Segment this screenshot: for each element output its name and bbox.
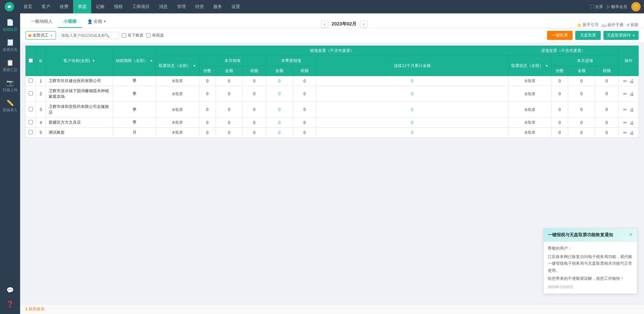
row-sales-tax: 0 — [243, 76, 266, 86]
guide-btn[interactable]: ⭐ 新手引导 — [577, 22, 599, 28]
tab-small-scale[interactable]: 小规模 — [58, 16, 82, 28]
detail-icon[interactable]: 🖨 — [629, 120, 634, 125]
popup-close-btn[interactable]: ✕ — [629, 232, 633, 237]
manual-btn[interactable]: 📖 操作手册 — [601, 22, 624, 28]
sidebar-item-scan[interactable]: 📷 扫描上传 — [1, 76, 19, 95]
my-accounts-checkbox[interactable] — [122, 33, 126, 38]
sidebar-label-3: 扫描上传 — [3, 87, 17, 92]
tax-disk-filter[interactable]: 有税盘 — [146, 33, 164, 38]
edit-icon[interactable]: ✏ — [623, 78, 627, 84]
nav-business[interactable]: 工商项目 — [127, 0, 154, 13]
nav-home[interactable]: 首页 — [19, 0, 37, 13]
select-all-checkbox[interactable] — [29, 58, 33, 63]
row-purchase-amount: 0 — [568, 118, 595, 128]
th-sales-invoice: 销项发票（不含作废票） — [156, 46, 508, 56]
sales-status-filter-icon[interactable]: ▼ — [193, 64, 196, 68]
search-input[interactable] — [61, 33, 105, 38]
accumulated-link[interactable]: 0 — [411, 130, 414, 135]
nav-accounting[interactable]: 记账 — [91, 0, 109, 13]
tax-policy-link[interactable]: 税务政策 — [29, 306, 45, 312]
member-btn[interactable]: ▷ 畅享会员 — [607, 4, 627, 10]
tax-disk-checkbox[interactable] — [146, 33, 151, 38]
row-checkbox[interactable] — [29, 78, 33, 83]
quarter-amount-link[interactable]: 0 — [278, 107, 281, 112]
th-quarter-amount: 金额 — [266, 66, 293, 76]
edit-icon[interactable]: ✏ — [623, 120, 627, 125]
sidebar-item-summary[interactable]: 📋 票据汇总 — [1, 56, 19, 75]
quarter-amount-link[interactable]: 0 — [278, 120, 281, 125]
row-accumulated: 0 — [316, 118, 508, 128]
sidebar-label-2: 票据汇总 — [3, 67, 17, 72]
row-purchase-shares: 0 — [551, 86, 568, 102]
one-click-fetch-btn[interactable]: 一键取票 — [547, 31, 573, 40]
row-purchase-shares: 0 — [551, 128, 568, 138]
th-purchase-status: 取票状态（全部） ▼ — [508, 56, 551, 76]
my-accounts-filter[interactable]: 名下账套 — [122, 33, 144, 38]
purchase-status-filter-icon[interactable]: ▼ — [545, 64, 548, 68]
row-period: 季 — [113, 76, 156, 86]
nav-clients[interactable]: 客户 — [37, 0, 55, 13]
edit-icon[interactable]: ✏ — [623, 130, 627, 135]
client-filter-icon[interactable]: ▼ — [92, 59, 95, 63]
detail-icon[interactable]: 🖨 — [629, 107, 634, 112]
row-checkbox[interactable] — [29, 130, 33, 134]
quarter-amount-link[interactable]: 0 — [278, 91, 281, 96]
row-actions: ✏ 🖨 — [619, 102, 639, 118]
nav-service[interactable]: 服务 — [209, 0, 227, 13]
tab-general-taxpayer[interactable]: 一般纳税人 — [25, 16, 58, 28]
quarter-amount-link[interactable]: 0 — [278, 130, 281, 135]
popup-title: 一键报税与无盘取票功能恢复通知 — [548, 232, 613, 238]
nav-operation[interactable]: 经营 — [191, 0, 209, 13]
detail-icon[interactable]: 🖨 — [629, 78, 634, 84]
edit-icon[interactable]: ✏ — [623, 91, 627, 97]
row-checkbox[interactable] — [29, 107, 33, 111]
period-next-btn[interactable]: › — [360, 20, 367, 28]
diskless-operations-btn[interactable]: 无盘取票操作 ▼ — [603, 31, 639, 40]
row-checkbox-cell — [26, 76, 36, 86]
nav-tax[interactable]: 报税 — [109, 0, 127, 13]
dropdown-icon: ▼ — [103, 20, 106, 23]
nav-settings[interactable]: 设置 — [227, 0, 245, 13]
top-right-tools: ⛶ 全屏 ▷ 畅享会员 😊 — [590, 2, 641, 11]
logo — [3, 1, 15, 13]
nav-invoice[interactable]: 票据 — [73, 0, 91, 13]
row-actions: ✏ 🖨 — [619, 86, 639, 102]
tab-all-capable[interactable]: 👤 全能 ▼ — [82, 16, 112, 28]
user-avatar[interactable]: 😊 — [631, 2, 641, 11]
row-sales-amount: 0 — [216, 128, 243, 138]
search-icon[interactable]: 🔍 — [105, 33, 110, 38]
row-client-name: 卫辉市汲水镇下园润馨烟苗木种植家庭农场 — [46, 86, 113, 102]
accumulated-link[interactable]: 0 — [411, 79, 414, 83]
sidebar-bottom: 💬 ❓ — [0, 284, 20, 314]
quarter-amount-link[interactable]: 0 — [278, 79, 281, 83]
period-filter-icon[interactable]: ▼ — [150, 59, 153, 63]
detail-icon[interactable]: 🖨 — [629, 91, 634, 97]
period-prev-btn[interactable]: ‹ — [321, 20, 328, 28]
diskless-fetch-btn[interactable]: 无盘取票 — [575, 31, 601, 40]
accumulated-link[interactable]: 0 — [411, 107, 414, 112]
row-quarter-amount: 0 — [266, 128, 293, 138]
sidebar-item-help[interactable]: ❓ — [1, 298, 19, 311]
accumulated-link[interactable]: 0 — [411, 120, 414, 125]
row-sales-amount: 0 — [216, 86, 243, 102]
accumulated-link[interactable]: 0 — [411, 91, 414, 96]
sidebar-item-chat[interactable]: 💬 — [1, 284, 19, 297]
nav-message[interactable]: 消息 — [154, 0, 172, 13]
employee-filter[interactable]: 全部员工 ▼ — [25, 31, 56, 40]
bottom-bar: ℹ 税务政策 — [20, 304, 644, 314]
sidebar-item-entry[interactable]: ✏️ 票据录入 — [1, 97, 19, 115]
row-checkbox-cell — [26, 86, 36, 102]
row-checkbox[interactable] — [29, 120, 33, 124]
refresh-btn[interactable]: ↺ 刷新 — [626, 22, 639, 28]
sidebar-item-smart-invoice[interactable]: 📄 智能取票 — [1, 16, 19, 35]
nav-admin[interactable]: 管理 — [172, 0, 191, 13]
row-checkbox[interactable] — [29, 91, 33, 96]
sidebar-item-issue-invoice[interactable]: 🧾 发票开具 — [1, 36, 19, 55]
th-purchase-amount: 金额 — [568, 66, 595, 76]
fullscreen-btn[interactable]: ⛶ 全屏 — [590, 4, 603, 10]
nav-billing[interactable]: 收费 — [55, 0, 73, 13]
row-actions: ✏ 🖨 — [619, 118, 639, 128]
edit-icon[interactable]: ✏ — [623, 107, 627, 112]
table-row: 3 卫辉市保和堂医药有限公司走辗路店 季 未取票 0 0 0 0 0 0 未取票… — [26, 102, 639, 118]
detail-icon[interactable]: 🖨 — [629, 130, 634, 135]
